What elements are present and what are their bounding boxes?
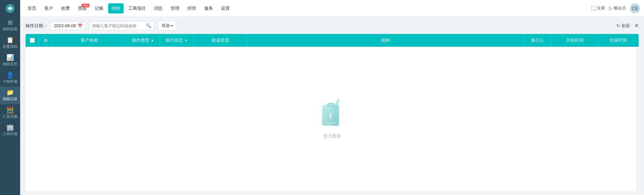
th-zhixingren: 执行人 — [524, 34, 551, 47]
member-label: 畅会员 — [614, 5, 626, 11]
refresh-icon: ↻ — [616, 23, 620, 28]
sort-icon-zhixingzhuangtai: ▼ — [184, 39, 188, 42]
th-shuizhong: 税种 — [247, 34, 524, 47]
sort-icon-caozuoleixing: ▼ — [151, 39, 154, 42]
th-cuowuyuanyin: 错误原因 — [194, 34, 247, 47]
new-badge: new — [82, 4, 89, 7]
nav-xiaoxi[interactable]: 消息 — [151, 3, 166, 13]
sidebar-item-huisuanqingsuan[interactable]: 🧮 汇算清缴 — [0, 104, 20, 122]
gongshangnianbo-icon: 🏢 — [6, 124, 14, 130]
th-jieshuishijian: 结束时间 — [598, 34, 639, 47]
sidebar-item-gongshangnianbo-label: 工商年报 — [3, 131, 17, 136]
sidebar-item-piliangshuishui[interactable]: 📋 批量报税 — [0, 34, 20, 52]
baoshuishezhi-icon: ⊞ — [8, 20, 13, 26]
empty-state: ! 暂无数据 — [305, 85, 359, 153]
sidebar-item-baosuijilu[interactable]: 📁 报税记录 — [0, 87, 20, 104]
nav-shoufei[interactable]: 收费 — [58, 3, 73, 13]
scrollbar-track[interactable] — [637, 47, 639, 191]
main-area: 首页 客户 收费 票据 new 记账 报税 工商项目 消息 管理 经营 服务 设… — [20, 0, 644, 195]
th-checkbox — [26, 34, 39, 47]
shuizhong-label: 税种 — [381, 37, 390, 43]
zhixingren-label: 执行人 — [531, 37, 544, 43]
nav-piao[interactable]: 票据 new — [75, 3, 90, 13]
kaishishijian-label: 开始时间 — [566, 37, 584, 43]
empty-illustration: ! — [319, 99, 346, 129]
caozuoleixing-label: 操作类型 — [132, 37, 149, 43]
nav-kehu[interactable]: 客户 — [41, 3, 56, 13]
search-box: 🔍 — [89, 21, 155, 30]
huisuanqingsuan-icon: 🧮 — [6, 107, 14, 113]
jieshuishijian-label: 结束时间 — [610, 37, 627, 43]
search-button[interactable]: 🔍 — [143, 22, 154, 30]
baosuizonglan-icon: 📊 — [6, 54, 14, 61]
date-value: 2023-06-06 — [54, 23, 76, 28]
toolbar: 操作日期： 2023-06-06 📅 🔍 筛选 ▾ ↻ 刷新 ✕ — [26, 21, 639, 31]
sidebar-item-huisuanqingsuan-label: 汇算清缴 — [3, 114, 17, 119]
geshuishenbao-icon: 👤 — [6, 72, 14, 78]
nav-fuwu[interactable]: 服务 — [201, 3, 216, 13]
play-icon: ▷ — [609, 6, 612, 11]
table-body: ! 暂无数据 — [26, 47, 639, 191]
th-caozuoleixing[interactable]: 操作类型 ▼ — [126, 34, 160, 47]
date-input[interactable]: 2023-06-06 📅 — [51, 22, 86, 30]
nav-guanli[interactable]: 管理 — [167, 3, 183, 13]
content: 操作日期： 2023-06-06 📅 🔍 筛选 ▾ ↻ 刷新 ✕ — [20, 17, 644, 195]
calendar-icon: 📅 — [78, 24, 83, 28]
nav-shezhi[interactable]: 设置 — [218, 3, 233, 13]
search-input[interactable] — [89, 22, 143, 30]
fullscreen-icon: ⛶ — [591, 6, 596, 11]
sidebar-item-baosuijilu-label: 报税记录 — [3, 96, 17, 102]
sidebar-item-baosuizonglan[interactable]: 📊 报税总览 — [0, 52, 20, 69]
refresh-label: 刷新 — [621, 23, 630, 29]
nav-baoshui[interactable]: 报税 — [108, 3, 124, 13]
topnav-right: ⛶ 全屏 ▷ 畅会员 CE — [591, 3, 640, 13]
nav-jingying[interactable]: 经营 — [184, 3, 200, 13]
sidebar-item-baosuizonglan-label: 报税总览 — [3, 62, 17, 67]
refresh-button[interactable]: ↻ 刷新 — [616, 23, 630, 29]
th-zhixingzhuangtai[interactable]: 执行状态 ▼ — [160, 34, 194, 47]
th-kaishishijian: 开始时间 — [551, 34, 598, 47]
baosuijilu-icon: 📁 — [6, 89, 14, 95]
chevron-down-icon: ▾ — [171, 24, 173, 28]
avatar[interactable]: CE — [630, 3, 640, 13]
sidebar-item-geshuishenbao[interactable]: 👤 个税申报 — [0, 69, 20, 87]
fullscreen-label: 全屏 — [597, 5, 605, 11]
svg-text:!: ! — [329, 111, 332, 121]
zhixingzhuangtai-label: 执行状态 — [166, 37, 183, 43]
svg-rect-6 — [329, 104, 333, 106]
sidebar-item-baoshuishezhi[interactable]: ⊞ 报税设置 — [0, 17, 20, 34]
empty-text: 暂无数据 — [324, 133, 341, 139]
piliangshuishui-icon: 📋 — [6, 37, 14, 43]
nav-items: 首页 客户 收费 票据 new 记账 报税 工商项目 消息 管理 经营 服务 设… — [24, 3, 591, 13]
cuowuyuanyin-label: 错误原因 — [212, 37, 229, 43]
close-button[interactable]: ✕ — [634, 23, 639, 29]
nav-jizhang[interactable]: 记账 — [91, 3, 107, 13]
th-settings: ⚙ — [39, 34, 52, 47]
kehumingcheng-label: 客户名称 — [81, 37, 98, 43]
sidebar-item-gongshangnianbo[interactable]: 🏢 工商年报 — [0, 122, 20, 139]
select-all-checkbox[interactable] — [30, 38, 35, 43]
toolbar-right: ↻ 刷新 ✕ — [616, 23, 639, 29]
sidebar: ⊞ 报税设置 📋 批量报税 📊 报税总览 👤 个税申报 📁 报税记录 🧮 汇算清… — [0, 0, 20, 195]
sidebar-item-geshuishenbao-label: 个税申报 — [3, 79, 17, 84]
topnav: 首页 客户 收费 票据 new 记账 报税 工商项目 消息 管理 经营 服务 设… — [20, 0, 644, 17]
th-kehumingcheng: 客户名称 — [52, 34, 126, 47]
filter-button[interactable]: 筛选 ▾ — [158, 21, 176, 31]
fullscreen-button[interactable]: ⛶ 全屏 — [591, 5, 605, 11]
sidebar-item-piliangshuishui-label: 批量报税 — [3, 44, 17, 49]
date-label: 操作日期： — [26, 23, 47, 29]
nav-shouye[interactable]: 首页 — [24, 3, 40, 13]
filter-label: 筛选 — [162, 23, 170, 29]
sidebar-item-baoshuishezhi-label: 报税设置 — [3, 27, 17, 32]
app-logo[interactable] — [0, 0, 20, 17]
table-header: ⚙ 客户名称 操作类型 ▼ 执行状态 ▼ 错误原因 税种 — [26, 34, 639, 47]
member-button[interactable]: ▷ 畅会员 — [609, 5, 626, 11]
table-container: ⚙ 客户名称 操作类型 ▼ 执行状态 ▼ 错误原因 税种 — [26, 34, 639, 191]
nav-gongshangxiangmu[interactable]: 工商项目 — [125, 3, 149, 13]
settings-icon[interactable]: ⚙ — [44, 38, 48, 43]
